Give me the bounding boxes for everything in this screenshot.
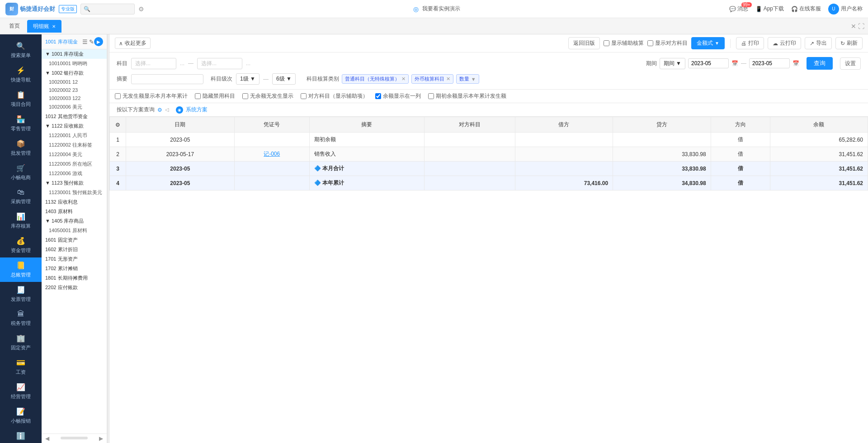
expand-more-btn[interactable]: ∧ 收起更多 [115, 38, 151, 49]
system-plan-btn[interactable]: ◉ 系统方案 [176, 106, 208, 114]
tree-item-2202[interactable]: 2202 应付账款 [42, 283, 107, 292]
query-btn[interactable]: 查询 [807, 57, 833, 70]
cb-no-balance[interactable]: 无发生额显示本月本年累计 [115, 92, 188, 100]
tree-item-11220002[interactable]: 11220002 往来标签 [42, 140, 107, 150]
sidebar-item-ecommerce[interactable]: 🛒 小畅电商 [0, 160, 42, 185]
tree-item-10020003[interactable]: 10020003 122 [42, 94, 107, 102]
sidebar-item-wholesale[interactable]: 📦 批发管理 [0, 136, 42, 160]
tree-item-11220005[interactable]: 11220005 所在地区 [42, 159, 107, 169]
tab-ledger[interactable]: 明细账 ✕ [27, 20, 61, 33]
sidebar-item-basic[interactable]: ℹ️ 基础信息 [0, 428, 42, 443]
sidebar-item-search[interactable]: 🔍 搜索菜单 [0, 38, 42, 62]
tree-item-1403[interactable]: 1403 原材料 [42, 207, 107, 216]
voucher-link[interactable]: 记-006 [264, 151, 280, 157]
tree-edit-icon[interactable]: ✎ [89, 38, 94, 45]
tree-item-11230001[interactable]: 11230001 预付账款美元 [42, 188, 107, 197]
cb-no-balance-input[interactable] [115, 93, 121, 99]
sidebar-item-salary[interactable]: 💳 工资 [0, 355, 42, 379]
period-type-select[interactable]: 期间 ▼ [660, 58, 685, 69]
cb-no-zero[interactable]: 无余额无发生显示 [242, 92, 293, 100]
account-nav-btn[interactable]: ▶ [94, 37, 103, 46]
tree-item-1801[interactable]: 1801 长期待摊费用 [42, 273, 107, 283]
tree-item-11220001[interactable]: 11220001 人民币 [42, 131, 107, 140]
sidebar-item-inventory[interactable]: 📊 库存核算 [0, 209, 42, 233]
settings-gear-icon[interactable]: ⚙ [157, 107, 162, 113]
sidebar-item-accounting[interactable]: 📒 总账管理 [0, 257, 42, 282]
cb-counterpart-input[interactable] [301, 93, 307, 99]
mode-select-btn[interactable]: 金额式 ▼ [691, 37, 725, 49]
tree-list-icon[interactable]: ☰ [82, 38, 88, 45]
app-download-btn[interactable]: 📱 App下载 [755, 5, 784, 13]
tree-item-10020001[interactable]: 10020001 12 [42, 78, 107, 86]
kemu-check-tag1-close[interactable]: ✕ [401, 76, 406, 82]
sidebar-item-tax[interactable]: 🏛 税务管理 [0, 306, 42, 330]
cb-initial-balance-input[interactable] [428, 93, 434, 99]
sidebar-item-report[interactable]: 📝 小畅报销 [0, 404, 42, 428]
tree-item-1405[interactable]: ▼ 1405 库存商品 [42, 216, 107, 226]
period-start-input[interactable] [688, 58, 729, 68]
return-old-btn[interactable]: 返回旧版 [568, 37, 600, 49]
tab-close-window-btn[interactable]: ✕ [851, 23, 856, 30]
sidebar-item-purchase[interactable]: 🛍 采购管理 [0, 185, 42, 209]
tree-scroll-right[interactable]: ▶ [99, 435, 103, 442]
sidebar-item-retail[interactable]: 🏪 零售管理 [0, 111, 42, 136]
tree-item-14050001[interactable]: 14050001 原材料 [42, 226, 107, 235]
tree-item-1702[interactable]: 1702 累计摊销 [42, 264, 107, 273]
tab-close-icon[interactable]: ✕ [52, 24, 56, 29]
settings-btn[interactable]: 设置 [840, 57, 861, 70]
cloud-print-btn[interactable]: ☁ 云打印 [768, 37, 801, 49]
summary-input[interactable] [131, 74, 203, 84]
print-btn[interactable]: 🖨 打印 [736, 37, 764, 49]
tree-scroll-left[interactable]: ◀ [45, 435, 49, 442]
sidebar-item-business[interactable]: 📈 经营管理 [0, 379, 42, 404]
kemu-level-from-select[interactable]: 1级 ▼ [236, 73, 259, 85]
messages-btn[interactable]: 💬 消息 99+ [729, 5, 748, 13]
period-end-input[interactable] [749, 58, 790, 68]
sidebar-item-invoice[interactable]: 🧾 发票管理 [0, 282, 42, 306]
tree-item-1012[interactable]: 1012 其他货币资金 [42, 112, 107, 121]
kemu-check-tag3-close[interactable]: ▼ [471, 76, 476, 82]
tree-item-1701[interactable]: 1701 无形资产 [42, 254, 107, 264]
tree-item-10020006[interactable]: 10020006 美元 [42, 102, 107, 112]
tree-item-1122[interactable]: ▼ 1122 应收账款 [42, 121, 107, 131]
collapse-arrow-icon[interactable]: ◁ [165, 107, 169, 113]
tree-scroll[interactable]: ▼ 1001 库存现金 10010001 哟哟哟 ▼ 1002 银行存款 100… [42, 49, 107, 433]
cb-balance-col-input[interactable] [375, 93, 381, 99]
tree-item-1602[interactable]: 1602 累计折旧 [42, 245, 107, 254]
tree-item-11220006[interactable]: 11220006 游戏 [42, 169, 107, 178]
tree-item-1132[interactable]: 1132 应收利息 [42, 197, 107, 207]
sidebar-item-project[interactable]: 📋 项目合同 [0, 87, 42, 111]
tree-item-1002[interactable]: ▼ 1002 银行存款 [42, 68, 107, 78]
cb-counterpart[interactable]: 对方科目（显示辅助项） [301, 92, 368, 100]
kemu-level-to-select[interactable]: 6级 ▼ [272, 73, 296, 85]
kemu-input[interactable]: 选择... [131, 58, 176, 69]
demo-link[interactable]: 我要看实例演示 [422, 5, 460, 13]
sidebar-item-assets[interactable]: 🏢 固定资产 [0, 330, 42, 355]
tree-item-1001[interactable]: ▼ 1001 库存现金 [42, 49, 107, 59]
cb-hide-disabled-input[interactable] [195, 93, 201, 99]
cb-no-zero-input[interactable] [242, 93, 248, 99]
user-avatar[interactable]: U 用户名称 [828, 4, 863, 14]
cb-balance-col[interactable]: 余额显示在一列 [375, 92, 421, 100]
cb-hide-disabled[interactable]: 隐藏禁用科目 [195, 92, 235, 100]
cb-initial-balance[interactable]: 期初余额显示本年累计发生额 [428, 92, 506, 100]
refresh-btn[interactable]: ↻ 刷新 [835, 37, 863, 49]
export-btn[interactable]: ↗ 导出 [805, 37, 832, 49]
online-service-btn[interactable]: 🎧 在线客服 [791, 5, 821, 13]
display-assist-checkbox[interactable] [604, 40, 609, 46]
search-bar[interactable]: 🔍 [80, 4, 135, 14]
tree-item-1123[interactable]: ▼ 1123 预付账款 [42, 178, 107, 188]
tree-item-10010001[interactable]: 10010001 哟哟哟 [42, 59, 107, 68]
display-counterpart-checkbox[interactable] [647, 40, 653, 46]
table-container[interactable]: ⚙ 日期 凭证号 摘要 对方科目 借方 贷方 方向 余额 1 [109, 117, 868, 443]
kemu-check-tag2-close[interactable]: ✕ [446, 76, 450, 82]
kemu-input2[interactable]: 选择... [197, 58, 242, 69]
tree-item-10020002[interactable]: 10020002 23 [42, 86, 107, 94]
tab-maximize-btn[interactable]: ⛶ [858, 23, 864, 30]
settings-icon[interactable]: ⚙ [138, 5, 144, 13]
period-start-calendar-icon[interactable]: 📅 [731, 60, 738, 67]
sidebar-item-capital[interactable]: 💰 资金管理 [0, 233, 42, 257]
tree-item-1601[interactable]: 1601 固定资产 [42, 235, 107, 245]
period-end-calendar-icon[interactable]: 📅 [793, 60, 799, 67]
tree-item-11220004[interactable]: 11220004 美元 [42, 150, 107, 159]
